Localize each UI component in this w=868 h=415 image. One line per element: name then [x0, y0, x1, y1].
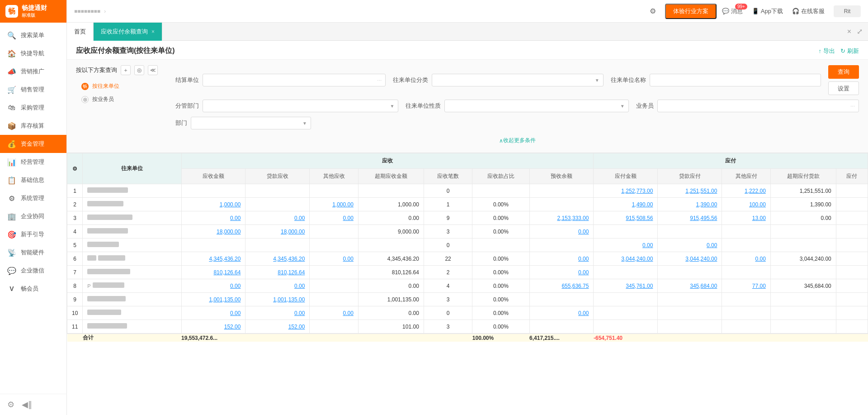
dept-input[interactable]: ▼: [191, 117, 311, 129]
sidebar-item-label: 企业协同: [21, 212, 44, 220]
ap-other[interactable]: 100.00: [722, 198, 771, 211]
settings-icon[interactable]: ⚙: [646, 5, 660, 18]
collapse-button[interactable]: ∧ 收起更多条件: [175, 134, 859, 147]
ar-amount[interactable]: 810,126.64: [181, 266, 245, 279]
ap-loan[interactable]: 345,684.00: [658, 279, 722, 293]
filter-nav-by-customer[interactable]: 畅 按往来单位: [76, 80, 168, 93]
sidebar-collapse-btn[interactable]: ◀‖: [22, 400, 32, 410]
sidebar-item-basicinfo[interactable]: 📋 基础信息: [0, 171, 66, 189]
sidebar-item-inventory[interactable]: 📦 库存核算: [0, 117, 66, 135]
sidebar-item-wechat[interactable]: 💬 企业微信: [0, 262, 66, 280]
ap-loan[interactable]: 1,390.00: [658, 198, 722, 211]
ap-amount[interactable]: 1,252,773.00: [594, 184, 658, 198]
ap-amount[interactable]: 0.00: [594, 239, 658, 252]
ap-other[interactable]: 77.00: [722, 279, 771, 293]
service-action[interactable]: 🎧 在线客服: [792, 7, 825, 15]
sidebar: 畅 畅捷通财 标准版 🔍 搜索菜单 🏠 快捷导航 📣 营销推广 🛒 销售管理 🛍…: [0, 0, 67, 415]
ar-loan[interactable]: 18,000.00: [245, 225, 310, 239]
ar-amount[interactable]: 0.00: [181, 279, 245, 293]
dept-manage-input[interactable]: ▼: [203, 100, 398, 112]
ap-other[interactable]: 1,222.00: [722, 184, 771, 198]
ar-other[interactable]: 0.00: [310, 252, 359, 266]
ar-amount[interactable]: 0.00: [181, 306, 245, 320]
ar-loan[interactable]: 152.00: [245, 320, 310, 334]
ap-amount[interactable]: 3,044,240.00: [594, 252, 658, 266]
ap-amount[interactable]: 1,490.00: [594, 198, 658, 211]
tab-home[interactable]: 首页: [67, 23, 94, 41]
ar-loan[interactable]: 810,126.64: [245, 266, 310, 279]
sidebar-item-marketing[interactable]: 📣 营销推广: [0, 62, 66, 81]
total-label: [67, 334, 83, 342]
messages-action[interactable]: 💬 消息 99+: [722, 7, 743, 15]
salesperson-input[interactable]: ···: [657, 100, 859, 112]
sidebar-settings-btn[interactable]: ⚙: [7, 400, 14, 410]
filter-settings-btn[interactable]: ◎: [134, 65, 144, 75]
query-button[interactable]: 查询: [828, 65, 859, 79]
add-filter-btn[interactable]: ＋: [121, 65, 131, 75]
ar-amount[interactable]: 1,000.00: [181, 198, 245, 211]
sidebar-item-hardware[interactable]: 📡 智能硬件: [0, 243, 66, 262]
ap-other[interactable]: 13.00: [722, 211, 771, 225]
sidebar-item-operation[interactable]: 📊 经营管理: [0, 153, 66, 171]
customer-category-input[interactable]: ▼: [432, 74, 603, 86]
ar-amount[interactable]: 152.00: [181, 320, 245, 334]
tab-close-all-icon[interactable]: ×: [847, 28, 851, 36]
filter-nav-by-salesperson[interactable]: ◎ 按业务员: [76, 93, 168, 106]
ar-ratio: 0.00%: [472, 306, 529, 320]
ar-prepay[interactable]: 0.00: [529, 266, 594, 279]
ap-loan[interactable]: 1,251,551.00: [658, 184, 722, 198]
ar-other[interactable]: 0.00: [310, 211, 359, 225]
export-label: 导出: [823, 47, 835, 55]
sidebar-item-system[interactable]: ⚙ 系统管理: [0, 189, 66, 207]
sidebar-item-quicknav[interactable]: 🏠 快捷导航: [0, 44, 66, 62]
customer-nature-input[interactable]: ▼: [444, 100, 628, 112]
ar-other[interactable]: 1,000.00: [310, 198, 359, 211]
ar-other[interactable]: 0.00: [310, 306, 359, 320]
sidebar-item-member[interactable]: V 畅会员: [0, 280, 66, 298]
tab-arbalance[interactable]: 应收应付余额查询 ×: [94, 23, 162, 41]
ar-amount[interactable]: 0.00: [181, 211, 245, 225]
settings-col-header[interactable]: ⚙: [67, 153, 83, 184]
ap-amount[interactable]: 345,761.00: [594, 279, 658, 293]
sidebar-item-purchase[interactable]: 🛍 采购管理: [0, 99, 66, 117]
sidebar-item-sales[interactable]: 🛒 销售管理: [0, 81, 66, 99]
ar-loan[interactable]: 0.00: [245, 211, 310, 225]
ar-prepay[interactable]: 0.00: [529, 225, 594, 239]
ar-other: [310, 266, 359, 279]
ap-other-header: 其他应付: [722, 169, 771, 184]
export-button[interactable]: ↑ 导出: [819, 47, 835, 55]
sidebar-item-finance[interactable]: 💰 资金管理: [0, 135, 66, 153]
app-download-action[interactable]: 📱 App下载: [752, 7, 783, 15]
ap-loan[interactable]: 915,495.56: [658, 211, 722, 225]
ar-ratio: 0.00%: [472, 320, 529, 334]
ap-other[interactable]: 0.00: [722, 252, 771, 266]
settings-button[interactable]: 设置: [828, 81, 859, 95]
user-avatar[interactable]: Rit: [834, 5, 861, 17]
ar-prepay[interactable]: 0.00: [529, 306, 594, 320]
refresh-button[interactable]: ↻ 刷新: [840, 47, 859, 55]
sidebar-item-search[interactable]: 🔍 搜索菜单: [0, 26, 66, 44]
ap-loan[interactable]: 3,044,240.00: [658, 252, 722, 266]
ar-prepay[interactable]: 655,636.75: [529, 279, 594, 293]
ar-loan[interactable]: 0.00: [245, 306, 310, 320]
filter-expand-btn[interactable]: ≪: [148, 65, 158, 75]
settle-unit-input[interactable]: ···: [203, 74, 386, 86]
tab-maximize-icon[interactable]: ⤢: [857, 27, 863, 36]
ap-amount[interactable]: 915,508.56: [594, 211, 658, 225]
ar-ratio: 0.00%: [472, 252, 529, 266]
ar-loan[interactable]: 0.00: [245, 279, 310, 293]
ar-amount[interactable]: 4,345,436.20: [181, 252, 245, 266]
ar-prepay[interactable]: 0.00: [529, 252, 594, 266]
ar-loan[interactable]: 4,345,436.20: [245, 252, 310, 266]
ar-amount[interactable]: 18,000.00: [181, 225, 245, 239]
ar-prepay[interactable]: 2,153,333.00: [529, 211, 594, 225]
customer-name-input[interactable]: [650, 74, 821, 86]
ap-loan[interactable]: 0.00: [658, 239, 722, 252]
tab-close-icon[interactable]: ×: [151, 29, 155, 35]
sidebar-item-enterprise[interactable]: 🏢 企业协同: [0, 207, 66, 225]
ar-amount[interactable]: 1,001,135.00: [181, 293, 245, 306]
promo-button[interactable]: 体验行业方案: [665, 4, 717, 19]
ar-loan[interactable]: 1,001,135.00: [245, 293, 310, 306]
table-group-header: ⚙ 往来单位 应收 应付: [67, 153, 868, 169]
sidebar-item-guide[interactable]: 🎯 新手引导: [0, 225, 66, 243]
